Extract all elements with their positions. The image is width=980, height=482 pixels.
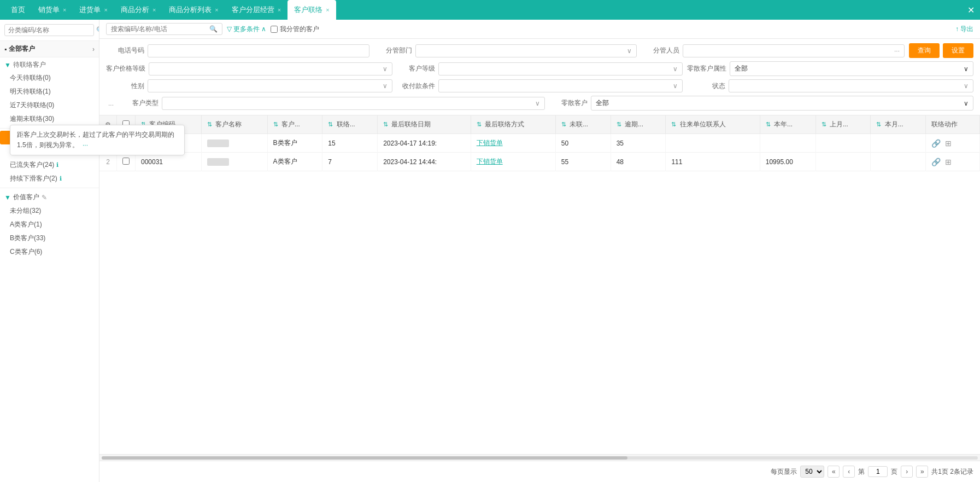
- filter-row-2: 客户价格等级 ∨ 客户等级 ∨ 零散客户属性 全部: [106, 61, 973, 76]
- price-level-select[interactable]: ∨: [149, 62, 392, 76]
- first-page-button[interactable]: «: [828, 466, 840, 478]
- continued-down-info-icon[interactable]: ℹ: [60, 175, 62, 182]
- export-button[interactable]: ↑ 导出: [955, 25, 973, 34]
- sidebar-class-c[interactable]: C类客户(6): [0, 245, 99, 259]
- last-page-button[interactable]: »: [916, 466, 928, 478]
- row-last-contact-method[interactable]: 下销货单: [471, 134, 555, 153]
- scrollbar-thumb[interactable]: [102, 456, 627, 460]
- customer-level-select[interactable]: ∨: [438, 62, 683, 76]
- window-close-button[interactable]: ✕: [967, 5, 975, 15]
- manager-select[interactable]: ···: [683, 44, 905, 57]
- close-sales-icon[interactable]: ×: [63, 7, 66, 13]
- nav-purchase[interactable]: 进货单 ×: [73, 0, 114, 20]
- my-customer-check[interactable]: [271, 26, 278, 33]
- sidebar-continued-down[interactable]: 持续下滑客户(2) ℹ: [0, 172, 99, 185]
- sidebar-tomorrow-pending[interactable]: 明天待联络(1): [0, 85, 99, 98]
- sidebar-today-pending[interactable]: 今天待联络(0): [0, 71, 99, 85]
- th-last-contact-method[interactable]: ⇅ 最后联络方式: [471, 115, 555, 134]
- th-overdue[interactable]: ⇅ 逾期...: [611, 115, 666, 134]
- retail-attr-select[interactable]: 全部 ∨: [730, 61, 973, 76]
- customer-level-field: 客户等级 ∨: [397, 62, 683, 76]
- more-dots-icon[interactable]: ...: [106, 100, 116, 107]
- customer-table: ⚙ ⇅ 客户编码 ⇅ 客户名称: [99, 115, 980, 171]
- close-purchase-icon[interactable]: ×: [104, 7, 107, 13]
- filter-chevron-icon: ∧: [261, 25, 266, 33]
- more-filter-btn[interactable]: ▽ 更多条件 ∧: [227, 25, 266, 34]
- th-last-month[interactable]: ⇅ 上月...: [815, 115, 871, 134]
- row-grid-icon[interactable]: ⊞: [945, 158, 952, 166]
- row-uncontact: 55: [555, 153, 611, 171]
- next-page-button[interactable]: ›: [901, 466, 913, 478]
- th-name[interactable]: ⇅ 客户名称: [201, 115, 267, 134]
- sidebar-search-input[interactable]: [4, 24, 94, 36]
- th-current-month[interactable]: ⇅ 本月...: [871, 115, 926, 134]
- settings-button[interactable]: 设置: [943, 43, 973, 58]
- value-customer-edit-icon[interactable]: ✎: [42, 194, 47, 201]
- nav-product-analysis-list[interactable]: 商品分析列表 ×: [162, 0, 225, 20]
- sidebar-week-pending[interactable]: 近7天待联络(0): [0, 98, 99, 112]
- table-row: 1 000039 B类客户 15 2023-04-17 14:19: 下销货单 …: [99, 134, 980, 153]
- type-sort-icon: ⇅: [273, 121, 278, 127]
- query-button[interactable]: 查询: [909, 43, 940, 58]
- collapse-icon[interactable]: ▪: [4, 45, 7, 53]
- row-link-icon[interactable]: 🔗: [931, 139, 941, 148]
- sidebar-expand-btn[interactable]: ›: [92, 45, 95, 53]
- advanced-filter-panel: 电话号码 分管部门 ∨ 分管人员 ···: [99, 39, 980, 115]
- pending-contact-group: ▼ 待联络客户: [0, 57, 99, 71]
- row-uncontact: 50: [555, 134, 611, 153]
- row-grid-icon[interactable]: ⊞: [945, 139, 952, 148]
- dept-select[interactable]: ∨: [415, 44, 637, 57]
- nav-product-analysis[interactable]: 商品分析 ×: [114, 0, 162, 20]
- payment-select[interactable]: ∨: [438, 79, 683, 92]
- sidebar-already-lost[interactable]: 已流失客户(24) ℹ: [0, 158, 99, 172]
- export-icon: ↑: [955, 25, 959, 33]
- nav-customer-tier[interactable]: 客户分层经营 ×: [225, 0, 287, 20]
- phone-input[interactable]: [148, 44, 369, 57]
- sidebar-class-a[interactable]: A类客户(1): [0, 218, 99, 231]
- th-last-contact-date[interactable]: ⇅ 最后联络日期: [378, 115, 471, 134]
- main-search-icon[interactable]: 🔍: [209, 25, 218, 33]
- retail-customer-select[interactable]: 全部 ∨: [591, 96, 974, 111]
- row-checkbox[interactable]: [122, 158, 130, 165]
- customer-type-chevron-icon: ∨: [535, 100, 540, 107]
- already-lost-info-icon[interactable]: ℹ: [56, 161, 58, 169]
- sidebar-class-b[interactable]: B类客户(33): [0, 231, 99, 245]
- value-customer-header[interactable]: ▼ 价值客户 ✎: [4, 193, 95, 202]
- main-search-input[interactable]: [111, 25, 209, 33]
- customer-type-select[interactable]: ∨: [162, 97, 545, 110]
- page-number-input[interactable]: [868, 466, 888, 477]
- name-sort-icon: ⇅: [207, 121, 212, 127]
- horizontal-scrollbar[interactable]: [99, 454, 980, 461]
- gender-select[interactable]: ∨: [148, 79, 392, 92]
- th-uncontact[interactable]: ⇅ 未联...: [555, 115, 611, 134]
- nav-home[interactable]: 首页: [4, 0, 32, 20]
- th-related-contact[interactable]: ⇅ 往来单位联系人: [666, 115, 760, 134]
- row-last-contact-date: 2023-04-17 14:19:: [378, 134, 471, 153]
- close-customer-contact-icon[interactable]: ×: [326, 7, 329, 13]
- close-customer-tier-icon[interactable]: ×: [278, 7, 281, 13]
- sidebar-overdue-pending[interactable]: 逾期未联络(30): [0, 112, 99, 126]
- sidebar-unclassified[interactable]: 未分组(32): [0, 204, 99, 218]
- row-last-contact-method[interactable]: 下销货单: [471, 153, 555, 171]
- pagination-bar: 每页显示 50 « ‹ 第 页 › » 共1页 2条记录: [99, 461, 980, 482]
- th-contact-count[interactable]: ⇅ 联络...: [322, 115, 378, 134]
- table-row: 2 000031 A类客户 7 2023-04-12 14:44: 下销货单 5…: [99, 153, 980, 171]
- filter-row-3: 性别 ∨ 收付款条件 ∨ 状态: [106, 79, 973, 92]
- th-current-year[interactable]: ⇅ 本年...: [760, 115, 815, 134]
- status-select[interactable]: ∨: [729, 79, 973, 92]
- row-last-month: [815, 134, 871, 153]
- year-sort-icon: ⇅: [766, 121, 771, 127]
- th-customer-type[interactable]: ⇅ 客户...: [267, 115, 322, 134]
- filter-row-1: 电话号码 分管部门 ∨ 分管人员 ···: [106, 43, 973, 58]
- prev-page-button[interactable]: ‹: [843, 466, 855, 478]
- my-customer-checkbox[interactable]: 我分管的客户: [271, 25, 319, 34]
- manager-field: 分管人员 ···: [641, 44, 905, 57]
- close-product-analysis-icon[interactable]: ×: [152, 7, 156, 13]
- nav-sales[interactable]: 销货单 ×: [32, 0, 73, 20]
- row-link-icon[interactable]: 🔗: [931, 158, 941, 166]
- nav-customer-contact[interactable]: 客户联络 ×: [287, 0, 336, 20]
- close-product-list-icon[interactable]: ×: [215, 7, 218, 13]
- customer-type-field: 客户类型 ∨: [120, 97, 545, 110]
- row-current-month: [871, 153, 926, 171]
- per-page-select[interactable]: 50: [800, 466, 824, 478]
